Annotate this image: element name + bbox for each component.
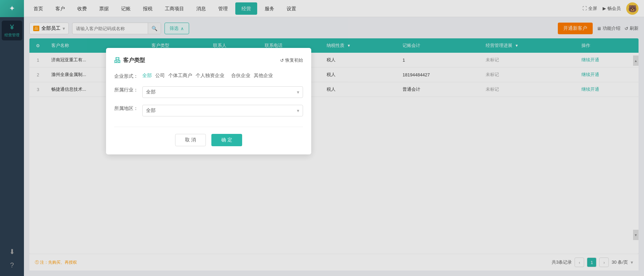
filter-modal: 品 客户类型 ↺ 恢复初始 企业形式： 全部 公司 个体工商户 个人独资企业 合… — [106, 48, 311, 154]
industry-value: 全部 — [146, 89, 156, 95]
enterprise-option-company[interactable]: 公司 — [155, 73, 165, 79]
modal-title: 品 客户类型 — [114, 56, 145, 64]
enterprise-form-row: 企业形式： 全部 公司 个体工商户 个人独资企业 合伙企业 其他企业 — [114, 73, 303, 79]
enterprise-option-sole[interactable]: 个人独资企业 — [196, 73, 224, 79]
confirm-button[interactable]: 确 定 — [211, 134, 242, 146]
region-label: 所属地区： — [114, 105, 138, 112]
reset-button[interactable]: ↺ 恢复初始 — [280, 57, 303, 63]
modal-overlay: 品 客户类型 ↺ 恢复初始 企业形式： 全部 公司 个体工商户 个人独资企业 合… — [0, 0, 644, 276]
region-value: 全部 — [146, 108, 156, 114]
enterprise-option-individual[interactable]: 个体工商户 — [168, 73, 192, 79]
modal-title-icon: 品 — [114, 56, 120, 64]
reset-icon: ↺ — [280, 58, 284, 63]
enterprise-form-options: 全部 公司 个体工商户 个人独资企业 合伙企业 其他企业 — [142, 73, 303, 79]
enterprise-option-all[interactable]: 全部 — [142, 73, 152, 79]
modal-title-text: 客户类型 — [123, 57, 145, 64]
modal-footer: 取 消 确 定 — [114, 127, 303, 146]
region-chevron-icon: ▾ — [297, 108, 299, 113]
industry-row: 所属行业： 全部 ▾ — [114, 86, 303, 98]
reset-label: 恢复初始 — [285, 57, 303, 63]
cancel-button[interactable]: 取 消 — [175, 134, 206, 146]
industry-label: 所属行业： — [114, 86, 138, 93]
industry-chevron-icon: ▾ — [297, 89, 299, 95]
modal-header: 品 客户类型 ↺ 恢复初始 — [114, 56, 303, 64]
industry-select[interactable]: 全部 ▾ — [142, 86, 303, 98]
enterprise-option-partnership[interactable]: 合伙企业 — [231, 73, 250, 79]
region-row: 所属地区： 全部 ▾ — [114, 105, 303, 116]
industry-select-wrap: 全部 ▾ — [142, 86, 303, 98]
enterprise-form-label: 企业形式： — [114, 73, 138, 79]
region-select[interactable]: 全部 ▾ — [142, 105, 303, 116]
region-select-wrap: 全部 ▾ — [142, 105, 303, 116]
enterprise-option-other[interactable]: 其他企业 — [254, 73, 273, 79]
